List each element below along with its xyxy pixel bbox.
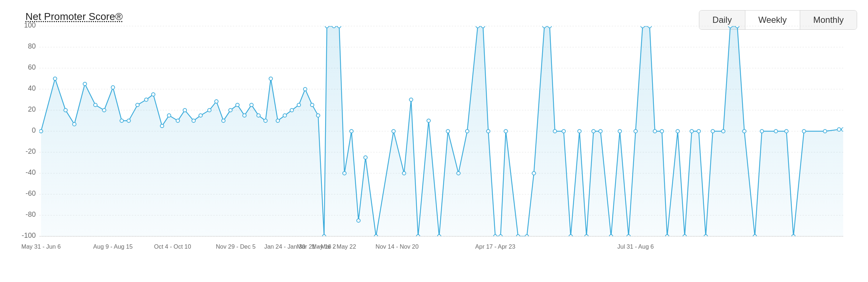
- svg-point-76: [466, 129, 469, 133]
- svg-point-121: [837, 128, 841, 131]
- svg-text:0: 0: [32, 127, 36, 134]
- svg-point-43: [215, 100, 218, 103]
- svg-point-61: [332, 24, 336, 28]
- svg-point-36: [160, 124, 164, 128]
- svg-point-38: [176, 119, 180, 123]
- svg-text:60: 60: [28, 63, 36, 71]
- svg-text:40: 40: [28, 84, 36, 92]
- svg-point-113: [742, 129, 746, 133]
- svg-text:-80: -80: [26, 211, 36, 218]
- svg-text:May 16 - May 22: May 16 - May 22: [312, 243, 356, 250]
- svg-point-52: [276, 119, 280, 123]
- svg-point-89: [562, 129, 566, 133]
- svg-point-82: [504, 129, 508, 133]
- svg-point-27: [83, 82, 87, 86]
- svg-point-100: [648, 24, 651, 28]
- svg-text:-60: -60: [26, 190, 36, 197]
- svg-point-104: [676, 129, 680, 133]
- svg-point-58: [316, 114, 320, 117]
- svg-point-64: [350, 129, 353, 133]
- svg-point-117: [785, 129, 788, 133]
- svg-point-69: [402, 171, 406, 175]
- svg-point-75: [457, 171, 460, 175]
- svg-point-32: [127, 119, 131, 123]
- svg-point-79: [487, 129, 490, 133]
- svg-point-33: [136, 103, 139, 107]
- svg-text:Nov 29 - Dec 5: Nov 29 - Dec 5: [216, 243, 256, 250]
- svg-point-60: [325, 24, 329, 28]
- svg-text:May 31 - Jun 6: May 31 - Jun 6: [21, 243, 61, 250]
- svg-text:20: 20: [28, 105, 36, 113]
- svg-point-62: [337, 24, 341, 28]
- svg-point-48: [250, 103, 253, 107]
- svg-point-34: [144, 98, 148, 101]
- svg-point-85: [532, 171, 536, 175]
- svg-point-78: [481, 24, 485, 28]
- svg-point-40: [192, 119, 196, 123]
- svg-point-88: [553, 129, 557, 133]
- svg-point-53: [283, 114, 287, 117]
- svg-text:-100: -100: [22, 232, 36, 239]
- svg-point-110: [721, 129, 725, 133]
- svg-point-28: [94, 103, 97, 107]
- svg-point-41: [199, 114, 202, 117]
- svg-point-119: [802, 129, 806, 133]
- svg-point-101: [653, 129, 657, 133]
- svg-point-26: [73, 123, 76, 126]
- svg-point-35: [152, 93, 155, 96]
- svg-point-87: [548, 24, 552, 28]
- svg-point-86: [542, 24, 546, 28]
- svg-point-24: [53, 77, 57, 80]
- svg-point-109: [711, 129, 715, 133]
- svg-point-68: [392, 129, 396, 133]
- svg-point-44: [222, 119, 225, 123]
- svg-point-23: [39, 129, 43, 133]
- svg-point-54: [290, 108, 294, 112]
- svg-point-39: [183, 108, 187, 112]
- svg-point-116: [774, 129, 778, 133]
- svg-point-91: [578, 129, 581, 133]
- svg-point-47: [243, 114, 246, 117]
- svg-point-102: [660, 129, 664, 133]
- svg-point-42: [208, 108, 211, 112]
- svg-text:Jul 31 - Aug 6: Jul 31 - Aug 6: [617, 243, 654, 250]
- svg-point-70: [409, 98, 413, 101]
- svg-text:Aug 9 - Aug 15: Aug 9 - Aug 15: [93, 243, 133, 250]
- svg-text:Nov 14 - Nov 20: Nov 14 - Nov 20: [376, 243, 419, 250]
- svg-point-107: [697, 129, 701, 133]
- svg-point-66: [364, 156, 367, 159]
- svg-point-65: [357, 219, 360, 223]
- svg-point-93: [592, 129, 595, 133]
- svg-point-96: [618, 129, 622, 133]
- svg-text:Oct 4 - Oct 10: Oct 4 - Oct 10: [154, 243, 191, 250]
- chart-area: 100 80 60 40 20 0 -20 -40 -60 -80 -100: [25, 26, 857, 257]
- svg-point-120: [823, 129, 827, 133]
- svg-point-51: [269, 77, 273, 80]
- svg-point-98: [634, 129, 638, 133]
- chart-container: Net Promoter Score® Daily Weekly Monthly: [0, 0, 868, 282]
- svg-text:100: 100: [24, 21, 36, 29]
- svg-text:-40: -40: [26, 169, 36, 176]
- svg-text:Apr 17 - Apr 23: Apr 17 - Apr 23: [475, 243, 515, 250]
- chart-svg: 100 80 60 40 20 0 -20 -40 -60 -80 -100: [25, 26, 857, 257]
- svg-point-115: [760, 129, 764, 133]
- svg-point-99: [641, 24, 644, 28]
- svg-point-55: [297, 103, 301, 107]
- svg-text:-20: -20: [26, 148, 36, 155]
- svg-point-122: [842, 128, 845, 131]
- svg-point-30: [111, 86, 115, 89]
- svg-text:80: 80: [28, 42, 36, 50]
- svg-point-45: [229, 108, 232, 112]
- svg-point-29: [102, 108, 106, 112]
- svg-point-74: [446, 129, 450, 133]
- svg-point-77: [476, 24, 480, 28]
- svg-point-56: [303, 87, 307, 91]
- svg-point-57: [310, 103, 314, 107]
- svg-point-106: [690, 129, 693, 133]
- svg-point-50: [264, 119, 267, 123]
- svg-point-31: [120, 119, 124, 123]
- svg-point-94: [599, 129, 602, 133]
- svg-point-37: [167, 114, 171, 117]
- svg-point-46: [236, 103, 239, 107]
- svg-point-72: [427, 119, 430, 123]
